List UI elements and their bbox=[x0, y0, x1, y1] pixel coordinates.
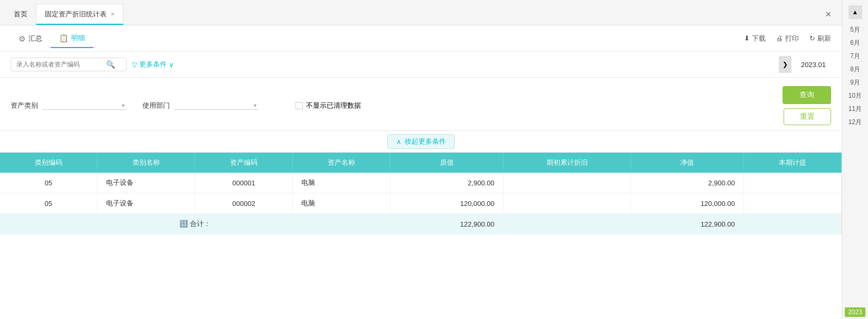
cell-category-name: 电子设备 bbox=[97, 193, 195, 214]
col-asset-code: 资产编码 bbox=[195, 153, 292, 173]
refresh-icon: ↻ bbox=[809, 34, 815, 42]
detail-icon: 📋 bbox=[59, 34, 68, 42]
right-panel: ▲ 5月6月7月8月9月10月11月12月 2023 bbox=[842, 0, 868, 319]
cell-initial-depreciation bbox=[503, 193, 631, 214]
cell-category-name: 电子设备 bbox=[97, 173, 195, 193]
filter-row-1: 资产类别 ▾ 使用部门 ▾ 不显示已清理数据 查询 重置 bbox=[11, 86, 831, 125]
tab-active[interactable]: 固定资产折旧统计表 × bbox=[36, 4, 123, 25]
cell-original-value: 2,900.00 bbox=[390, 173, 503, 193]
tab-home-label: 首页 bbox=[14, 10, 27, 19]
hide-cleared-label: 不显示已清理数据 bbox=[306, 101, 361, 110]
cell-asset-code: 000002 bbox=[195, 193, 292, 214]
table-body: 05 电子设备 000001 电脑 2,900.00 2,900.00 05 电… bbox=[0, 173, 842, 234]
search-icon[interactable]: 🔍 bbox=[106, 60, 115, 69]
advanced-filter-panel: 资产类别 ▾ 使用部门 ▾ 不显示已清理数据 查询 重置 bbox=[0, 78, 842, 131]
asset-category-field: 资产类别 ▾ bbox=[11, 101, 127, 110]
summary-label: 🔢合计： bbox=[97, 214, 292, 234]
cell-original-value: 120,000.00 bbox=[390, 193, 503, 214]
collapse-up-icon: ∧ bbox=[396, 138, 402, 146]
download-icon: ⬇ bbox=[744, 34, 750, 42]
refresh-label: 刷新 bbox=[817, 34, 831, 43]
use-department-field: 使用部门 ▾ bbox=[142, 101, 259, 110]
month-item[interactable]: 10月 bbox=[845, 89, 865, 102]
detail-tab-button[interactable]: 📋 明细 bbox=[51, 29, 93, 48]
year-badge[interactable]: 2023 bbox=[845, 307, 865, 317]
col-current-provision: 本期计提 bbox=[743, 153, 841, 173]
query-button[interactable]: 查询 bbox=[783, 86, 831, 104]
cell-current-provision bbox=[743, 173, 841, 193]
panel-collapse-button[interactable]: ❯ bbox=[779, 56, 791, 73]
data-table: 类别编码 类别名称 资产编码 资产名称 原值 期初累计折旧 净值 本期计提 05… bbox=[0, 153, 842, 234]
date-display: 2023.01 bbox=[796, 61, 831, 69]
col-initial-depreciation: 期初累计折旧 bbox=[503, 153, 631, 173]
collapse-button[interactable]: ∧ 收起更多条件 bbox=[387, 134, 455, 149]
filter-btn-group: 查询 重置 bbox=[783, 86, 831, 125]
summary-row: 🔢合计： 122,900.00 122,900.00 bbox=[0, 214, 842, 234]
summary-original-value: 122,900.00 bbox=[390, 214, 503, 234]
asset-category-label: 资产类别 bbox=[11, 101, 38, 110]
search-wrap: 🔍 bbox=[11, 58, 127, 71]
print-icon: 🖨 bbox=[776, 34, 783, 42]
col-category-name: 类别名称 bbox=[97, 153, 195, 173]
download-label: 下载 bbox=[752, 34, 766, 43]
use-department-label: 使用部门 bbox=[142, 101, 170, 110]
reset-button[interactable]: 重置 bbox=[784, 108, 831, 125]
cell-initial-depreciation bbox=[503, 173, 631, 193]
cell-asset-code: 000001 bbox=[195, 173, 292, 193]
refresh-button[interactable]: ↻ 刷新 bbox=[809, 34, 831, 43]
window-close-button[interactable]: × bbox=[820, 4, 836, 25]
hide-cleared-checkbox[interactable] bbox=[295, 102, 303, 109]
asset-category-arrow: ▾ bbox=[122, 102, 125, 108]
cell-net-value: 120,000.00 bbox=[631, 193, 743, 214]
month-item[interactable]: 9月 bbox=[845, 76, 865, 89]
nav-up-button[interactable]: ▲ bbox=[848, 5, 862, 19]
asset-category-select[interactable]: ▾ bbox=[42, 101, 127, 110]
month-item[interactable]: 5月 bbox=[845, 23, 865, 36]
month-item[interactable]: 12月 bbox=[845, 116, 865, 129]
month-item[interactable]: 6月 bbox=[845, 36, 865, 50]
month-item[interactable]: 11月 bbox=[845, 102, 865, 116]
summary-list-icon: 🔢 bbox=[179, 220, 188, 228]
summary-net-value: 122,900.00 bbox=[631, 214, 743, 234]
print-button[interactable]: 🖨 打印 bbox=[776, 34, 799, 43]
download-button[interactable]: ⬇ 下载 bbox=[744, 34, 766, 43]
filter-icon: ▽ bbox=[132, 61, 137, 69]
tab-home[interactable]: 首页 bbox=[5, 4, 36, 25]
col-net-value: 净值 bbox=[631, 153, 743, 173]
more-filter-button[interactable]: ▽ 更多条件 ∨ bbox=[132, 60, 174, 69]
collapse-bar: ∧ 收起更多条件 bbox=[0, 131, 842, 153]
print-label: 打印 bbox=[785, 34, 799, 43]
detail-btn-label: 明细 bbox=[71, 33, 85, 43]
use-department-arrow: ▾ bbox=[254, 102, 256, 108]
use-department-select[interactable]: ▾ bbox=[174, 101, 259, 110]
search-input[interactable] bbox=[16, 61, 106, 68]
table-row: 05 电子设备 000002 电脑 120,000.00 120,000.00 bbox=[0, 193, 842, 214]
tab-close-icon[interactable]: × bbox=[111, 11, 115, 18]
table-container: 类别编码 类别名称 资产编码 资产名称 原值 期初累计折旧 净值 本期计提 05… bbox=[0, 153, 842, 319]
cell-asset-name: 电脑 bbox=[293, 173, 390, 193]
summary-current-provision bbox=[743, 214, 841, 234]
summary-icon: ⊙ bbox=[19, 34, 25, 43]
summary-tab-button[interactable]: ⊙ 汇总 bbox=[11, 30, 51, 48]
collapse-label: 收起更多条件 bbox=[405, 137, 446, 146]
month-list: 5月6月7月8月9月10月11月12月 bbox=[845, 23, 865, 129]
table-row: 05 电子设备 000001 电脑 2,900.00 2,900.00 bbox=[0, 173, 842, 193]
hide-cleared-field: 不显示已清理数据 bbox=[295, 101, 361, 110]
more-conditions-label: 更多条件 bbox=[139, 60, 167, 69]
top-actions: ⬇ 下载 🖨 打印 ↻ 刷新 bbox=[744, 34, 831, 43]
cell-net-value: 2,900.00 bbox=[631, 173, 743, 193]
month-item[interactable]: 7月 bbox=[845, 50, 865, 63]
cell-current-provision bbox=[743, 193, 841, 214]
tab-bar: 首页 固定资产折旧统计表 × × bbox=[0, 0, 842, 25]
summary-icon-cell bbox=[0, 214, 97, 234]
cell-category-code: 05 bbox=[0, 173, 97, 193]
col-asset-name: 资产名称 bbox=[293, 153, 390, 173]
col-original-value: 原值 bbox=[390, 153, 503, 173]
summary-initial-depreciation bbox=[503, 214, 631, 234]
tab-active-label: 固定资产折旧统计表 bbox=[45, 10, 107, 19]
summary-asset-name bbox=[293, 214, 390, 234]
top-nav: ⊙ 汇总 📋 明细 ⬇ 下载 🖨 打印 ↻ 刷新 bbox=[0, 25, 842, 52]
month-item[interactable]: 8月 bbox=[845, 63, 865, 76]
cell-asset-name: 电脑 bbox=[293, 193, 390, 214]
filter-bar: 🔍 ▽ 更多条件 ∨ ❯ 2023.01 bbox=[0, 52, 842, 78]
